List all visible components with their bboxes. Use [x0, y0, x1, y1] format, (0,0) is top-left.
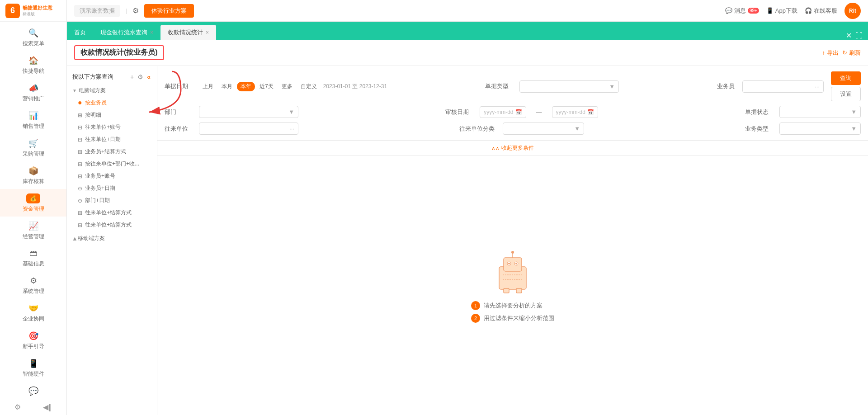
topbar-settings-icon[interactable]: ⚙: [132, 6, 139, 15]
sidebar-item-quick-label: 快捷导航: [23, 67, 44, 75]
page-content: 收款情况统计(按业务员) ↑ 导出 ↻ 刷新: [67, 40, 868, 415]
trial-button[interactable]: 体验行业方案: [144, 4, 194, 18]
scheme-item-by-staff[interactable]: ● 按业务员: [67, 96, 157, 109]
scheme-item-unit-settle1[interactable]: ⊞ 往来单位+结算方式: [67, 207, 157, 219]
sidebar-item-inventory[interactable]: 📦 库存核算: [0, 161, 66, 189]
scheme-item-staff-icon: ●: [78, 99, 82, 107]
tab-bank[interactable]: 现金银行流水查询 ×: [93, 25, 160, 40]
scheme-item-ua-label: 往来单位+账号: [85, 123, 121, 131]
empty-illustration: [486, 249, 540, 294]
sidebar-item-search[interactable]: 🔍 搜索菜单: [0, 24, 66, 51]
sidebar-nav: 🔍 搜索菜单 🏠 快捷导航 📣 营销推广 📊 销售管理 🛒 采购管理 📦: [0, 22, 66, 399]
scheme-item-us1-icon: ⊞: [78, 210, 82, 216]
sidebar-item-marketing[interactable]: 📣 营销推广: [0, 79, 66, 106]
scheme-group-mobile-title[interactable]: ▶ 移动端方案: [67, 233, 157, 244]
scheme-item-by-detail[interactable]: ⊞ 按明细: [67, 109, 157, 121]
date-tab-7days[interactable]: 近7天: [256, 82, 277, 91]
biz-type-select[interactable]: ▼: [779, 123, 861, 135]
scheme-item-staff-settle[interactable]: ⊞ 业务员+结算方式: [67, 146, 157, 158]
export-button[interactable]: ↑ 导出: [822, 49, 839, 57]
sidebar-item-enterprise[interactable]: 🤝 企业协同: [0, 299, 66, 326]
message-button[interactable]: 💬 消息 99+: [725, 7, 759, 15]
tab-bank-close-icon[interactable]: ×: [150, 29, 153, 36]
counterpart-select[interactable]: ···: [199, 123, 298, 135]
scheme-add-icon[interactable]: +: [129, 72, 135, 81]
sidebar-item-sales[interactable]: 📊 销售管理: [0, 106, 66, 134]
scheme-group-arrow-icon: ▼: [72, 88, 77, 93]
finance-icon: 💰: [26, 193, 40, 203]
scheme-item-udept-label: 按往来单位+部门+收...: [85, 160, 139, 168]
download-button[interactable]: 📱 App下载: [766, 7, 797, 15]
query-button[interactable]: 查询: [831, 71, 861, 85]
scheme-group-desktop-title[interactable]: ▼ 电脑端方案: [67, 85, 157, 96]
scheme-item-ud-label: 往来单位+日期: [85, 136, 121, 143]
tab-home[interactable]: 首页: [67, 25, 93, 40]
scheme-collapse-icon[interactable]: «: [146, 72, 151, 81]
service-button[interactable]: 🎧 在线客服: [805, 7, 837, 15]
step-2-text: 用过滤条件来缩小分析范围: [484, 314, 554, 322]
scheme-item-staff-date[interactable]: ⊙ 业务员+日期: [67, 182, 157, 194]
sidebar-item-hardware[interactable]: 📱 智能硬件: [0, 354, 66, 382]
scheme-item-unit-dept[interactable]: ⊟ 按往来单位+部门+收...: [67, 158, 157, 170]
filter-row-2: 部门 ▼ 审核日期 yyyy-mm-dd 📅 —: [165, 106, 861, 118]
tab-fullscreen-icon[interactable]: ⛶: [855, 32, 863, 40]
counterpart-classify-select[interactable]: ▼: [503, 123, 584, 135]
sidebar-bottom: ⚙ ◀‖: [0, 399, 66, 415]
audit-date-start[interactable]: yyyy-mm-dd 📅: [480, 106, 526, 118]
sidebar-item-wechat[interactable]: 💬 企业微信: [0, 382, 66, 399]
sidebar-item-basic[interactable]: 🗃 基础信息: [0, 244, 66, 271]
audit-date-end-cal-icon[interactable]: 📅: [587, 109, 594, 115]
sidebar-settings-icon[interactable]: ⚙: [14, 403, 21, 411]
scheme-item-unit-settle2[interactable]: ⊟ 往来单位+结算方式: [67, 219, 157, 231]
type-label: 单据类型: [485, 82, 512, 90]
audit-date-start-cal-icon[interactable]: 📅: [515, 109, 522, 115]
sidebar-item-purchase[interactable]: 🛒 采购管理: [0, 134, 66, 161]
scheme-item-staff-account[interactable]: ⊟ 业务员+账号: [67, 170, 157, 182]
tab-collection-close-icon[interactable]: ×: [206, 29, 209, 36]
dept-select[interactable]: ▼: [199, 106, 298, 118]
refresh-icon: ↻: [842, 49, 847, 56]
scheme-item-unit-account[interactable]: ⊟ 往来单位+账号: [67, 121, 157, 133]
date-tab-this-month[interactable]: 本月: [218, 82, 236, 91]
refresh-button[interactable]: ↻ 刷新: [842, 49, 861, 57]
sidebar-item-quick-nav[interactable]: 🏠 快捷导航: [0, 51, 66, 79]
tab-collection[interactable]: 收款情况统计 ×: [160, 25, 216, 40]
scheme-item-ss-label: 业务员+结算方式: [85, 148, 126, 156]
sales-icon: 📊: [28, 111, 38, 121]
scheme-group-mobile-label: 移动端方案: [78, 235, 105, 242]
scheme-item-dept-date[interactable]: ⊙ 部门+日期: [67, 194, 157, 207]
date-tab-custom[interactable]: 自定义: [297, 82, 321, 91]
search-nav-icon: 🔍: [28, 28, 38, 38]
date-tab-this-year[interactable]: 本年: [237, 82, 255, 91]
avatar[interactable]: Rit: [844, 3, 861, 19]
date-tab-more[interactable]: 更多: [278, 82, 296, 91]
tab-close-all-icon[interactable]: ✕: [846, 31, 852, 40]
service-label: 在线客服: [814, 7, 837, 15]
message-badge: 99+: [748, 8, 759, 14]
sidebar-item-finance[interactable]: 💰 资金管理: [0, 189, 66, 217]
sidebar-collapse-icon[interactable]: ◀‖: [43, 403, 52, 411]
tabbar-end: ✕ ⛶: [846, 31, 868, 40]
scheme-settings-icon[interactable]: ⚙: [137, 72, 144, 81]
scheme-item-ud-icon: ⊟: [78, 137, 82, 143]
refresh-label: 刷新: [849, 49, 861, 57]
date-tab-last-month[interactable]: 上月: [199, 82, 217, 91]
enterprise-icon: 🤝: [28, 303, 38, 313]
type-select[interactable]: ▼: [519, 80, 619, 93]
collapse-bar[interactable]: ∧∧ 收起更多条件: [157, 141, 868, 156]
sidebar-item-basic-label: 基础信息: [23, 260, 44, 268]
sidebar-item-guide[interactable]: 🎯 新手引导: [0, 326, 66, 354]
filter-area: 单据日期 上月 本月 本年 近7天 更多 自定义 2023-01-01 至 20…: [157, 66, 868, 141]
doc-status-select[interactable]: ▼: [779, 106, 861, 118]
audit-date-end[interactable]: yyyy-mm-dd 📅: [552, 106, 598, 118]
topbar-divider: |: [126, 7, 127, 14]
scheme-item-unit-date[interactable]: ⊟ 往来单位+日期: [67, 133, 157, 146]
audit-date-start-placeholder: yyyy-mm-dd: [484, 109, 513, 115]
logo-icon: 6: [5, 4, 20, 18]
guide-icon: 🎯: [28, 331, 38, 341]
sidebar-item-system[interactable]: ⚙ 系统管理: [0, 271, 66, 299]
sidebar-item-operation[interactable]: 📈 经营管理: [0, 217, 66, 244]
staff-select[interactable]: ···: [742, 80, 824, 93]
step-1-num: 1: [471, 301, 480, 310]
filter-settings-button[interactable]: 设置: [831, 87, 861, 101]
